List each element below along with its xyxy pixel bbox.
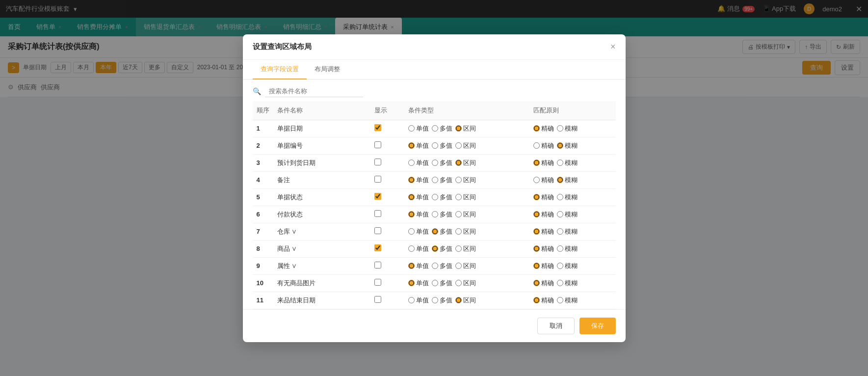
search-icon: 🔍 — [253, 87, 261, 95]
settings-dialog: 设置查询区域布局 × 查询字段设置 布局调整 🔍 顺序 条件名称 — [243, 34, 626, 98]
modal-overlay: 设置查询区域布局 × 查询字段设置 布局调整 🔍 顺序 条件名称 — [0, 0, 868, 97]
dialog-tab-layout[interactable]: 布局调整 — [307, 60, 348, 80]
dialog-search-area: 🔍 — [243, 80, 626, 98]
dialog-close-button[interactable]: × — [610, 42, 616, 51]
dialog-title: 设置查询区域布局 — [253, 42, 312, 52]
dialog-header: 设置查询区域布局 × — [243, 34, 626, 60]
search-input[interactable] — [265, 85, 363, 97]
dialog-tab-query[interactable]: 查询字段设置 — [253, 60, 307, 80]
dialog-tabs: 查询字段设置 布局调整 — [243, 60, 626, 80]
